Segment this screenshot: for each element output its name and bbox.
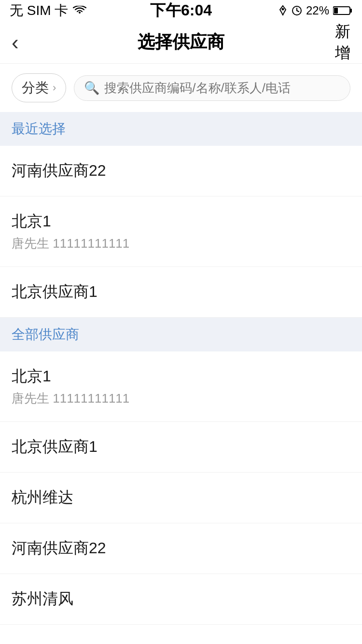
svg-rect-6	[334, 8, 338, 14]
supplier-name: 北京1	[12, 366, 350, 387]
supplier-name: 北京供应商1	[12, 281, 350, 303]
nav-bar: ‹ 选择供应商 新增	[0, 21, 362, 64]
list-item[interactable]: 北京供应商1	[0, 422, 362, 473]
back-button[interactable]: ‹	[12, 30, 41, 55]
section-header-all: 全部供应商	[0, 318, 362, 351]
status-time: 下午6:04	[150, 0, 212, 21]
supplier-name: 河南供应商22	[12, 538, 350, 559]
category-button[interactable]: 分类 ›	[12, 73, 66, 102]
supplier-name: 北京供应商1	[12, 436, 350, 458]
supplier-name: 北京1	[12, 211, 350, 232]
chevron-right-icon: ›	[53, 82, 56, 94]
list-item[interactable]: 苏州清风	[0, 574, 362, 625]
back-arrow-icon: ‹	[12, 30, 19, 54]
svg-line-3	[297, 11, 299, 12]
battery-text: 22%	[306, 4, 329, 17]
svg-rect-5	[350, 9, 352, 13]
list-item[interactable]: 北京供应商1	[0, 267, 362, 318]
svg-point-0	[281, 8, 284, 11]
search-box[interactable]: 🔍	[74, 75, 350, 101]
search-icon: 🔍	[84, 81, 99, 96]
supplier-list: 最近选择河南供应商22北京1唐先生 11111111111北京供应商1全部供应商…	[0, 112, 362, 625]
add-button[interactable]: 新增	[321, 21, 350, 64]
page-title: 选择供应商	[41, 30, 321, 54]
status-bar: 无 SIM 卡 下午6:04 22%	[0, 0, 362, 21]
status-right: 22%	[278, 4, 352, 17]
filter-bar: 分类 › 🔍	[0, 64, 362, 112]
supplier-contact: 唐先生 11111111111	[12, 235, 350, 252]
list-item[interactable]: 北京1唐先生 11111111111	[0, 196, 362, 267]
list-item[interactable]: 北京1唐先生 11111111111	[0, 351, 362, 422]
sim-status: 无 SIM 卡	[10, 1, 68, 20]
list-item[interactable]: 杭州维达	[0, 473, 362, 523]
clock-icon	[292, 5, 302, 16]
section-header-recent: 最近选择	[0, 112, 362, 146]
search-input[interactable]	[104, 81, 340, 96]
supplier-contact: 唐先生 11111111111	[12, 390, 350, 407]
category-label: 分类	[22, 79, 49, 97]
location-icon	[278, 5, 288, 16]
supplier-name: 杭州维达	[12, 487, 350, 508]
status-left: 无 SIM 卡	[10, 1, 86, 20]
list-item[interactable]: 河南供应商22	[0, 523, 362, 574]
wifi-icon	[73, 6, 86, 15]
supplier-name: 苏州清风	[12, 588, 350, 610]
battery-icon	[333, 5, 352, 16]
list-item[interactable]: 河南供应商22	[0, 146, 362, 196]
supplier-name: 河南供应商22	[12, 160, 350, 182]
